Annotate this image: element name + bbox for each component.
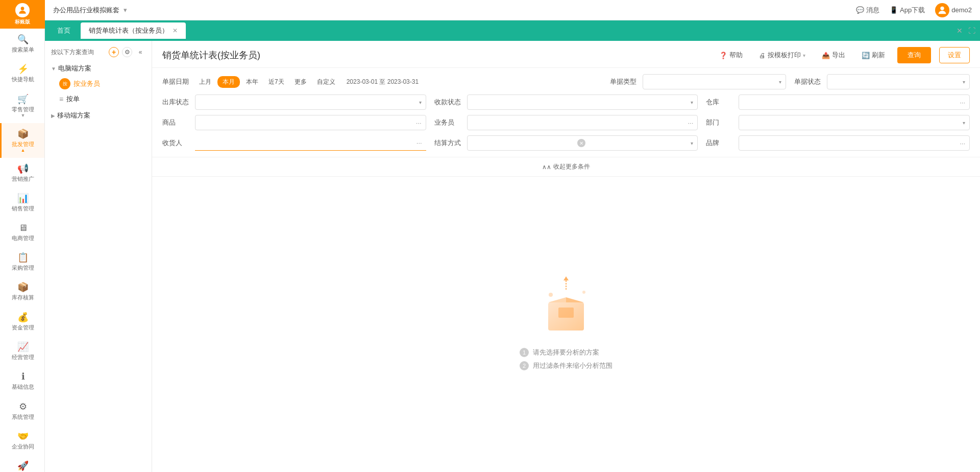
warehouse-dots-icon: ··· (960, 99, 965, 106)
sidebar-item-enterprise[interactable]: 🤝 企业协同 (0, 426, 44, 455)
brand-select[interactable]: ··· (739, 135, 970, 151)
department-select[interactable]: ▾ (739, 115, 970, 130)
sidebar-label-retail: 零售管理 (12, 106, 34, 113)
sidebar-item-inventory[interactable]: 📦 库存核算 (0, 276, 44, 306)
logo-text: 标账版 (15, 18, 30, 26)
sidebar-item-ecommerce[interactable]: 🖥 电商管理 (0, 218, 44, 247)
date-tab-7days[interactable]: 近7天 (264, 76, 288, 88)
sidebar-item-basic[interactable]: ℹ 基础信息 (0, 366, 44, 395)
refresh-button[interactable]: 🔄 刷新 (857, 49, 889, 62)
message-button[interactable]: 💬 消息 (856, 6, 879, 15)
date-tab-custom[interactable]: 自定义 (313, 76, 339, 88)
filter-date: 单据日期 上月 本月 本年 近7天 更多 自定义 20 (162, 76, 602, 88)
tree-item-by-salesperson[interactable]: 按 按业务员 (55, 76, 150, 92)
out-status-select[interactable]: ▾ (195, 95, 426, 110)
tab-home[interactable]: 首页 (49, 22, 79, 39)
tab-sales-report[interactable]: 销货单统计表（按业务员） ✕ (81, 22, 186, 39)
tab-home-label: 首页 (57, 26, 70, 35)
tree-mobile-schemes[interactable]: ▶ 移动端方案 (47, 108, 150, 123)
date-tabs: 上月 本月 本年 近7天 更多 自定义 (195, 76, 339, 88)
salesperson-label: 业务员 (434, 118, 463, 127)
export-button[interactable]: 📤 导出 (818, 49, 849, 62)
warehouse-label: 仓库 (706, 98, 734, 107)
collapse-filters-button[interactable]: ∧∧ 收起更多条件 (536, 160, 596, 173)
settlement-clear-icon[interactable]: ✕ (577, 139, 585, 147)
goods-select[interactable]: ··· (195, 115, 426, 130)
system-icon: ⚙ (19, 401, 27, 412)
app-name-area: 办公用品行业模拟账套 ▾ (53, 6, 127, 15)
logo-icon (15, 3, 30, 17)
sidebar-item-shortcut[interactable]: ⚡ 快捷导航 (0, 58, 44, 88)
sidebar-item-purchase[interactable]: 📋 采购管理 (0, 247, 44, 276)
sidebar-item-search[interactable]: 🔍 搜索菜单 (0, 29, 44, 58)
payment-status-label: 收款状态 (434, 98, 463, 107)
sidebar-label-basic: 基础信息 (12, 383, 34, 390)
empty-hint-2: 2 用过滤条件来缩小分析范围 (520, 361, 612, 370)
date-tab-more[interactable]: 更多 (290, 76, 311, 88)
doc-type-label: 单据类型 (610, 77, 639, 86)
date-tab-this-year[interactable]: 本年 (242, 76, 262, 88)
app-download-button[interactable]: 📱 App下载 (890, 6, 925, 15)
settings-scheme-button[interactable]: ⚙ (122, 47, 132, 57)
filter-area: 单据日期 上月 本月 本年 近7天 更多 自定义 20 (152, 68, 980, 157)
collapse-label: 收起更多条件 (553, 162, 590, 171)
window-maximize-btn[interactable]: ⛶ (968, 27, 976, 35)
query-button[interactable]: 查询 (897, 47, 931, 63)
print-button[interactable]: 🖨 按模板打印 ▾ (755, 49, 810, 62)
sidebar-navigation: 🔍 搜索菜单 ⚡ 快捷导航 🛒 零售管理 ▼ 📦 批发管理 ▲ 📢 营销推广 📊… (0, 29, 44, 472)
order-scheme-icon: ≡ (59, 95, 63, 103)
payment-status-select[interactable]: ▾ (467, 95, 698, 110)
sidebar-label-ecommerce: 电商管理 (12, 234, 34, 242)
collapse-panel-button[interactable]: « (135, 47, 145, 57)
sidebar-label-finance: 资金管理 (12, 324, 34, 331)
sidebar-item-sales[interactable]: 📊 销售管理 (0, 187, 44, 217)
sidebar-item-system[interactable]: ⚙ 系统管理 (0, 396, 44, 426)
filter-department: 部门 ▾ (706, 115, 970, 130)
sidebar-item-retail[interactable]: 🛒 零售管理 ▼ (0, 88, 44, 123)
date-tab-this-month[interactable]: 本月 (217, 76, 240, 88)
filter-brand: 品牌 ··· (706, 135, 970, 151)
page-header-actions: ❓ 帮助 🖨 按模板打印 ▾ 📤 导出 🔄 (715, 47, 970, 63)
wholesale-expand-icon: ▲ (21, 148, 26, 153)
filter-payment-status: 收款状态 ▾ (434, 95, 698, 110)
sidebar-item-operations[interactable]: 📈 经营管理 (0, 336, 44, 366)
download-icon: 📱 (890, 6, 898, 14)
user-profile-button[interactable]: demo2 (935, 3, 972, 17)
warehouse-select[interactable]: ··· (739, 95, 970, 110)
sidebar-item-marketing[interactable]: 📢 营销推广 (0, 158, 44, 187)
window-close-btn[interactable]: ✕ (955, 27, 964, 35)
sidebar-item-newbie[interactable]: 🚀 新手引导 (0, 455, 44, 472)
sidebar-item-finance[interactable]: 💰 资金管理 (0, 306, 44, 336)
salesperson-select[interactable]: ··· (467, 115, 698, 130)
help-icon: ❓ (719, 52, 727, 59)
date-tab-last-month[interactable]: 上月 (195, 76, 215, 88)
sidebar-item-wholesale[interactable]: 📦 批发管理 ▲ (0, 123, 44, 158)
help-button[interactable]: ❓ 帮助 (715, 49, 747, 62)
right-panel: 销货单统计表(按业务员) ❓ 帮助 🖨 按模板打印 ▾ 📤 (152, 41, 980, 472)
svg-point-9 (582, 291, 585, 294)
goods-label: 商品 (162, 118, 191, 127)
sidebar-label-operations: 经营管理 (12, 353, 34, 361)
help-label: 帮助 (729, 51, 743, 60)
app-dropdown-icon[interactable]: ▾ (124, 6, 127, 14)
svg-marker-3 (548, 297, 566, 302)
sidebar-label-system: 系统管理 (12, 413, 34, 420)
doc-status-arrow-icon: ▾ (963, 79, 965, 85)
filter-row-3: 商品 ··· 业务员 ··· (162, 115, 970, 130)
filter-settlement: 结算方式 ✕ ▾ (434, 135, 698, 151)
collapse-chevron-icon: ∧∧ (542, 163, 551, 171)
salesperson-dots-icon: ··· (688, 119, 694, 127)
tab-close-icon[interactable]: ✕ (173, 27, 178, 34)
recipient-input[interactable]: ··· (195, 135, 426, 151)
svg-marker-4 (566, 297, 584, 302)
settings-button[interactable]: 设置 (939, 47, 970, 63)
doc-type-select[interactable]: ▾ (643, 74, 786, 89)
doc-status-select[interactable]: ▾ (827, 74, 970, 89)
tree-desktop-schemes[interactable]: ▼ 电脑端方案 (47, 61, 150, 76)
settlement-select[interactable]: ✕ ▾ (467, 135, 698, 151)
hint-2-number: 2 (520, 361, 529, 370)
add-scheme-button[interactable]: + (109, 47, 119, 57)
shortcut-icon: ⚡ (17, 63, 29, 75)
hint-1-text: 请先选择要分析的方案 (533, 348, 599, 357)
tree-item-by-order[interactable]: ≡ 按单 (55, 92, 150, 106)
